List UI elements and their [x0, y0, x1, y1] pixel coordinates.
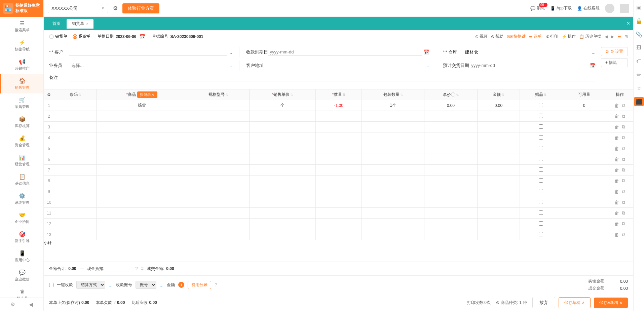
row-barcode[interactable] [54, 219, 97, 229]
row-product[interactable] [97, 111, 187, 122]
row-pack-qty[interactable] [362, 132, 424, 143]
user-avatar[interactable] [605, 4, 614, 13]
add-payment-btn[interactable]: + [178, 282, 184, 288]
account-select[interactable]: 账号 [136, 281, 156, 289]
company-selector[interactable]: XXXXXX公司 ▼ [48, 4, 108, 13]
row-amount[interactable] [477, 219, 520, 229]
row-amount[interactable] [477, 229, 520, 240]
tool-operation[interactable]: ⚡ 操作 [562, 34, 576, 39]
delete-row-icon[interactable]: 🗑 [614, 135, 619, 141]
tab-sales-order[interactable]: 销货单 × [67, 19, 93, 29]
copy-row-icon[interactable]: ⧉ [622, 103, 625, 108]
row-gift[interactable] [520, 208, 562, 219]
customer-dots[interactable]: ... [228, 49, 232, 55]
row-sales-unit[interactable] [250, 219, 316, 229]
row-quantity[interactable] [315, 154, 362, 165]
row-barcode[interactable] [54, 154, 97, 165]
row-unit-price[interactable] [424, 154, 477, 165]
tool-help[interactable]: ⊙ 帮助 [491, 34, 503, 39]
row-spec[interactable] [187, 165, 249, 176]
row-barcode[interactable] [54, 132, 97, 143]
sidebar-item-collab[interactable]: 🤝 企业协同 [0, 208, 43, 228]
row-unit-price[interactable] [424, 165, 477, 176]
tool-select[interactable]: ☰ 选单 [529, 34, 542, 39]
row-unit-price[interactable] [424, 186, 477, 197]
delete-row-icon[interactable]: 🗑 [614, 114, 619, 119]
remarks-input[interactable] [69, 74, 596, 81]
row-product[interactable] [97, 219, 187, 229]
tab-close-icon[interactable]: × [86, 22, 88, 26]
expense-help-icon[interactable]: ? [215, 282, 217, 287]
delete-row-icon[interactable]: 🗑 [614, 124, 619, 130]
row-amount[interactable] [477, 176, 520, 186]
online-service-btn[interactable]: 👤 在线客服 [577, 5, 600, 11]
delete-row-icon[interactable]: 🗑 [614, 232, 619, 237]
delivery-calendar-icon[interactable]: 📅 [590, 63, 596, 68]
rp-lock-icon[interactable]: 🔒 [634, 16, 644, 26]
row-unit-price[interactable] [424, 122, 477, 132]
discard-btn[interactable]: 放弃 [532, 297, 555, 308]
product-kind[interactable]: ⊙ 商品种类: 1 种 [496, 300, 527, 306]
row-gift[interactable] [520, 186, 562, 197]
one-click-checkbox[interactable] [49, 283, 53, 287]
delete-row-icon[interactable]: 🗑 [614, 189, 619, 194]
row-gift[interactable] [520, 122, 562, 132]
row-spec[interactable] [187, 143, 249, 154]
save-draft-arrow[interactable]: ∧ [582, 300, 585, 305]
row-barcode[interactable] [54, 186, 97, 197]
row-quantity[interactable] [315, 197, 362, 208]
row-amount[interactable] [477, 143, 520, 154]
radio-return[interactable]: 退货单 [73, 34, 91, 39]
row-spec[interactable] [187, 229, 249, 240]
row-spec[interactable] [187, 111, 249, 122]
row-unit-price[interactable] [424, 132, 477, 143]
delete-row-icon[interactable]: 🗑 [614, 210, 619, 216]
row-sales-unit[interactable] [250, 165, 316, 176]
row-unit-price[interactable] [424, 219, 477, 229]
rp-tag-icon[interactable]: 🏷 [634, 56, 644, 66]
row-spec[interactable] [187, 132, 249, 143]
delete-row-icon[interactable]: 🗑 [614, 167, 619, 173]
row-amount[interactable] [477, 132, 520, 143]
row-product[interactable] [97, 229, 187, 240]
row-pack-qty[interactable] [362, 122, 424, 132]
row-product[interactable] [97, 132, 187, 143]
save-new-arrow[interactable]: ∧ [619, 300, 622, 305]
row-unit-price[interactable] [424, 208, 477, 219]
row-amount[interactable] [477, 197, 520, 208]
row-barcode[interactable] [54, 100, 97, 111]
list-view-icon[interactable]: ☰ [617, 34, 621, 39]
row-gift[interactable] [520, 143, 562, 154]
row-sales-unit[interactable] [250, 122, 316, 132]
settings-btn[interactable]: ⚙ ⚙ 设置 [601, 47, 628, 56]
row-unit-price[interactable] [424, 176, 477, 186]
delete-row-icon[interactable]: 🗑 [614, 157, 619, 162]
row-gift[interactable] [520, 229, 562, 240]
row-quantity[interactable] [315, 111, 362, 122]
tool-video[interactable]: ⊙ 视频 [475, 34, 488, 39]
expense-split-btn[interactable]: 费用分摊 [188, 281, 211, 289]
sidebar-item-vip[interactable]: ♛ 畅会员 [0, 285, 43, 298]
save-draft-btn[interactable]: 保存草稿 ∧ [559, 297, 591, 308]
row-product[interactable] [97, 154, 187, 165]
calc-type-select[interactable]: 结算方式 [76, 281, 105, 289]
row-quantity[interactable]: -1.00 [315, 100, 362, 111]
row-spec[interactable] [187, 122, 249, 132]
row-sales-unit[interactable] [250, 229, 316, 240]
copy-row-icon[interactable]: ⧉ [622, 232, 625, 237]
account-dots[interactable]: ... [160, 282, 164, 287]
copy-row-icon[interactable]: ⧉ [622, 210, 625, 216]
row-pack-qty[interactable] [362, 219, 424, 229]
salesperson-dots[interactable]: ... [228, 63, 232, 68]
tab-home[interactable]: 首页 [47, 19, 66, 29]
row-sales-unit[interactable] [250, 111, 316, 122]
row-product[interactable] [97, 143, 187, 154]
row-quantity[interactable] [315, 219, 362, 229]
tool-print[interactable]: 🖨 打印 [545, 34, 558, 39]
row-gift[interactable] [520, 132, 562, 143]
row-quantity[interactable] [315, 165, 362, 176]
row-amount[interactable]: 0.00 [477, 100, 520, 111]
delete-row-icon[interactable]: 🗑 [614, 146, 619, 151]
save-new-btn[interactable]: 保存&新增 ∧ [594, 298, 628, 308]
row-spec[interactable] [187, 197, 249, 208]
